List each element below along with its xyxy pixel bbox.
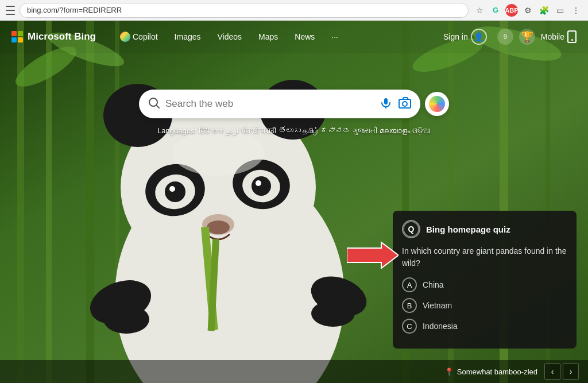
svg-rect-4 xyxy=(86,21,94,383)
more-icon[interactable]: ⋮ xyxy=(570,4,582,17)
location-prev-button[interactable]: ‹ xyxy=(544,363,560,380)
svg-point-22 xyxy=(165,181,185,202)
languages-bar: Languages: हिंदी বাংলা اردو ਪੰਜਾਬੀ मराठी… xyxy=(157,126,431,136)
quiz-option-c[interactable]: C Indonesia xyxy=(402,319,567,334)
bing-logo[interactable]: Microsoft Bing xyxy=(11,31,96,42)
nav-right: Sign in 👤 9 🏆 Mobile xyxy=(439,26,577,47)
adblock-icon[interactable]: ABP xyxy=(505,4,518,17)
arrow-pointer xyxy=(347,239,393,268)
svg-point-33 xyxy=(311,300,355,327)
copilot-gradient-icon xyxy=(429,96,445,112)
quiz-option-c-text: Indonesia xyxy=(423,322,458,331)
search-bar[interactable] xyxy=(139,90,420,118)
quiz-option-b-text: Vietnam xyxy=(423,301,452,310)
search-icon xyxy=(148,97,160,111)
quiz-option-a-circle: A xyxy=(402,277,417,292)
location-nav: ‹ › xyxy=(544,363,579,380)
nav-more[interactable]: ··· xyxy=(324,28,345,46)
sidebar-icon[interactable]: ▭ xyxy=(554,4,566,17)
search-area: Languages: हिंदी বাংলা اردو ਪੰਜਾਬੀ मराठी… xyxy=(139,90,449,136)
quiz-title: Bing homepage quiz xyxy=(426,225,510,234)
trophy-icon[interactable]: 🏆 xyxy=(519,29,535,45)
mobile-button[interactable]: Mobile xyxy=(541,30,577,43)
svg-marker-43 xyxy=(347,242,399,268)
voice-search-icon[interactable] xyxy=(380,97,392,111)
nav-links: Copilot Images Videos Maps News ··· xyxy=(113,27,439,47)
user-avatar: 👤 xyxy=(471,29,487,45)
bing-logo-squares xyxy=(11,31,23,42)
svg-rect-38 xyxy=(384,98,388,105)
svg-point-24 xyxy=(169,186,175,192)
svg-point-41 xyxy=(403,102,407,106)
bing-page: Microsoft Bing Copilot Images Videos Map… xyxy=(0,21,588,383)
quiz-header: Q Bing homepage quiz xyxy=(402,220,567,238)
mobile-device-icon xyxy=(567,30,577,43)
nav-images[interactable]: Images xyxy=(168,28,208,46)
quiz-option-c-circle: C xyxy=(402,319,417,334)
svg-point-25 xyxy=(256,180,261,186)
svg-point-23 xyxy=(252,176,271,196)
header-nav: Microsoft Bing Copilot Images Videos Map… xyxy=(0,21,588,53)
svg-point-34 xyxy=(172,130,264,176)
address-bar[interactable]: bing.com/?form=REDIRERR xyxy=(20,3,469,18)
search-input[interactable] xyxy=(165,98,376,110)
copilot-button[interactable] xyxy=(425,92,449,116)
svg-point-32 xyxy=(103,305,149,334)
quiz-option-b-circle: B xyxy=(402,298,417,313)
svg-text:Q: Q xyxy=(408,225,415,234)
visual-search-icon[interactable] xyxy=(399,97,411,111)
reward-count[interactable]: 9 xyxy=(497,29,513,45)
quiz-question: In which country are giant pandas found … xyxy=(402,245,567,269)
location-bar: 📍 Somewhat bamboo-zled ‹ › xyxy=(0,360,588,383)
grammarly-icon[interactable]: G xyxy=(489,4,502,17)
nav-news[interactable]: News xyxy=(288,28,322,46)
location-name: Somewhat bamboo-zled xyxy=(457,367,537,376)
browser-icons: ☆ G ABP ⚙ 🧩 ▭ ⋮ xyxy=(473,4,582,17)
nav-videos[interactable]: Videos xyxy=(211,28,249,46)
address-text: bing.com/?form=REDIRERR xyxy=(27,6,122,14)
quiz-icon: Q xyxy=(402,220,420,238)
quiz-option-a[interactable]: A China xyxy=(402,277,567,292)
copilot-icon xyxy=(120,32,130,42)
svg-line-37 xyxy=(156,105,159,108)
nav-copilot[interactable]: Copilot xyxy=(113,27,165,47)
bookmark-icon[interactable]: ☆ xyxy=(473,4,486,17)
quiz-panel: Q Bing homepage quiz In which country ar… xyxy=(393,211,577,349)
location-next-button[interactable]: › xyxy=(563,363,579,380)
sign-in-button[interactable]: Sign in 👤 xyxy=(439,26,492,47)
nav-maps[interactable]: Maps xyxy=(252,28,285,46)
bing-logo-text: Microsoft Bing xyxy=(28,31,96,42)
quiz-option-a-text: China xyxy=(423,280,444,289)
location-pin-icon: 📍 xyxy=(444,367,454,376)
svg-point-27 xyxy=(207,220,230,234)
quiz-option-b[interactable]: B Vietnam xyxy=(402,298,567,313)
browser-chrome: bing.com/?form=REDIRERR ☆ G ABP ⚙ 🧩 ▭ ⋮ xyxy=(0,0,588,21)
location-info: 📍 Somewhat bamboo-zled xyxy=(444,367,537,376)
browser-menu-icon[interactable] xyxy=(6,6,15,15)
extension-icon-2[interactable]: 🧩 xyxy=(537,4,550,17)
extension-icon-1[interactable]: ⚙ xyxy=(521,4,534,17)
